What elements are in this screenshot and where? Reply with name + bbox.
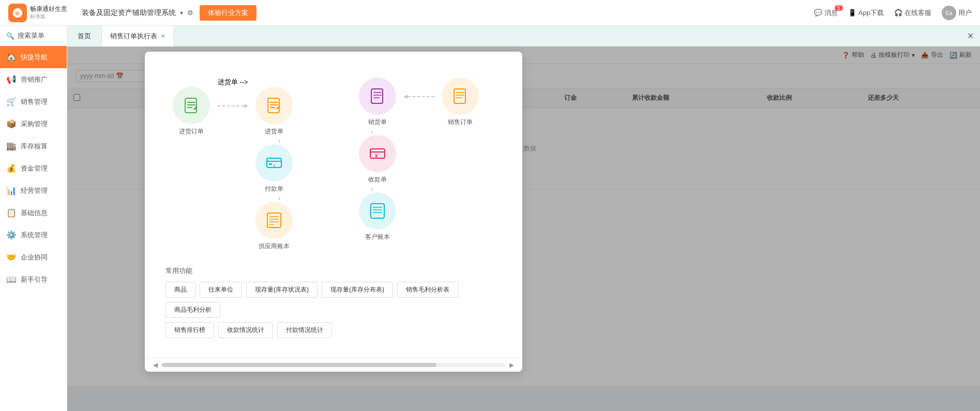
- node-payment-bill[interactable]: ¥ 付款单: [248, 144, 300, 193]
- sidebar-label-finance: 资金管理: [21, 164, 48, 173]
- sidebar-item-marketing[interactable]: 📢 营销推广: [0, 68, 67, 90]
- logo-sub: 标准版: [30, 13, 67, 20]
- receipt-bill-label: 收款单: [368, 175, 387, 184]
- system-icon: ⚙️: [6, 230, 17, 240]
- sidebar-item-newbie[interactable]: 📖 新手引导: [0, 268, 67, 291]
- sidebar-label-marketing: 营销推广: [21, 75, 48, 84]
- sidebar-item-finance[interactable]: 💰 资金管理: [0, 157, 67, 179]
- tab-bar: 首页 销售订单执行表 ✕ ✕: [67, 26, 980, 47]
- common-functions: 常用功能 商品 往来单位 现存量(库存状况表) 现存量(库存分布表) 销售毛利分…: [165, 266, 502, 338]
- trial-btn[interactable]: 体验行业方案: [200, 5, 257, 21]
- home-icon: 🏠: [6, 52, 17, 62]
- top-left-row: 进货订单 ▶: [165, 87, 300, 136]
- newbie-icon: 📖: [6, 275, 17, 284]
- sale-bill-label: 销货单: [368, 118, 387, 127]
- sidebar-item-inventory[interactable]: 🏬 库存核算: [0, 135, 67, 157]
- node-customer-account[interactable]: 客户账本: [352, 192, 403, 241]
- system-dropdown-btn[interactable]: ▾: [180, 9, 183, 17]
- node-purchase-bill[interactable]: 进货单: [248, 87, 300, 136]
- left-flow-col: 进货单 --> 进货订单: [165, 78, 300, 251]
- sidebar-search-btn[interactable]: 🔍 搜索菜单: [0, 26, 67, 46]
- modal-scrollbar: ◀ ▶: [145, 358, 522, 372]
- func-btn-stock-dist[interactable]: 现存量(库存分布表): [322, 282, 393, 298]
- purchase-icon: 📦: [6, 119, 17, 129]
- modal-overlay[interactable]: 进货单 --> 进货订单: [67, 47, 980, 411]
- func-btn-receipt-stats[interactable]: 收款情况统计: [218, 322, 273, 338]
- func-btn-stock-status[interactable]: 现存量(库存状况表): [246, 282, 318, 298]
- sidebar-item-quick-nav[interactable]: 🏠 快捷导航: [0, 46, 67, 68]
- func-btn-sale-rank[interactable]: 销售排行榜: [165, 322, 214, 338]
- node-sale-order[interactable]: 销售订单: [434, 78, 486, 127]
- purchase-order-circle: [173, 87, 210, 124]
- func-btn-counterpart[interactable]: 往来单位: [200, 282, 242, 298]
- sidebar-item-base-info[interactable]: 📋 基础信息: [0, 202, 67, 224]
- online-service-label: 在线客服: [904, 8, 931, 18]
- svg-rect-12: [269, 163, 272, 165]
- message-icon: 💬: [814, 9, 822, 17]
- sidebar-label-operations: 经营管理: [21, 186, 48, 195]
- close-all-tabs-btn[interactable]: ✕: [961, 31, 980, 41]
- sales-icon: 🛒: [6, 97, 17, 106]
- finance-icon: 💰: [6, 163, 17, 173]
- svg-text:畅: 畅: [15, 10, 20, 16]
- supplier-account-circle: [255, 202, 293, 239]
- sale-order-label: 销售订单: [448, 118, 473, 127]
- base-info-icon: 📋: [6, 208, 17, 218]
- message-btn[interactable]: 💬 消息 5: [814, 8, 838, 18]
- sidebar-item-collab[interactable]: 🤝 企业协同: [0, 246, 67, 268]
- purchase-bill-circle: [255, 87, 293, 124]
- scrollbar-left-arrow[interactable]: ◀: [153, 361, 158, 369]
- node-receipt-bill[interactable]: ¥ 收款单: [352, 135, 403, 184]
- sidebar-item-sales[interactable]: 🛒 销售管理: [0, 90, 67, 113]
- message-badge: 5: [835, 5, 843, 11]
- system-title: 装备及固定资产辅助管理系统: [82, 8, 176, 18]
- sidebar-label-system: 系统管理: [21, 231, 48, 240]
- top-right-row: 销货单 ◀: [352, 78, 486, 127]
- func-btn-payment-stats[interactable]: 付款情况统计: [277, 322, 332, 338]
- sidebar-label-inventory: 库存核算: [21, 142, 48, 151]
- online-service-btn[interactable]: 🎧 在线客服: [894, 8, 931, 18]
- tab-close-btn[interactable]: ✕: [160, 33, 165, 40]
- right-flow-col: 销货单 ◀: [352, 78, 486, 251]
- sidebar-label-quick-nav: 快捷导航: [21, 53, 48, 62]
- flow-diagram: 进货单 --> 进货订单: [165, 67, 502, 261]
- node-sale-bill[interactable]: 销货单: [352, 78, 403, 127]
- collab-icon: 🤝: [6, 252, 17, 262]
- node-supplier-account[interactable]: 供应商账本: [248, 202, 300, 251]
- func-btn-goods[interactable]: 商品: [165, 282, 195, 298]
- func-btn-sale-profit[interactable]: 销售毛利分析表: [397, 282, 458, 298]
- customer-account-label: 客户账本: [365, 233, 390, 241]
- sidebar-item-system[interactable]: ⚙️ 系统管理: [0, 224, 67, 246]
- payment-bill-circle: ¥: [255, 144, 293, 181]
- svg-text:¥: ¥: [273, 163, 276, 168]
- system-title-wrap: 装备及固定资产辅助管理系统 ▾ ⚙: [82, 8, 193, 18]
- tab-sales-order[interactable]: 销售订单执行表 ✕: [101, 26, 174, 47]
- scrollbar-right-arrow[interactable]: ▶: [509, 361, 514, 369]
- receipt-bill-circle: ¥: [359, 135, 396, 172]
- sidebar-item-purchase[interactable]: 📦 采购管理: [0, 113, 67, 135]
- purchase-order-label: 进货订单: [179, 127, 204, 136]
- customer-account-circle: [359, 192, 396, 230]
- func-btn-goods-profit[interactable]: 商品毛利分析: [165, 302, 220, 318]
- tab-label-sales-order: 销售订单执行表: [110, 32, 157, 41]
- quick-nav-modal: 进货单 --> 进货订单: [145, 52, 522, 372]
- sidebar-item-operations[interactable]: 📊 经营管理: [0, 179, 67, 202]
- down-arrow-receipt: ↓: [352, 184, 486, 192]
- page-content: ❓ 帮助 🖨 按模板打印 ▾ 📤 导出 🔄 刷新: [67, 47, 980, 411]
- user-area[interactable]: Ea 用户: [942, 6, 972, 20]
- scrollbar-track[interactable]: [162, 363, 505, 367]
- scrollbar-thumb[interactable]: [162, 363, 436, 367]
- arrow-sale-order-to-bill: ◀: [403, 93, 434, 111]
- tab-home[interactable]: 首页: [67, 26, 101, 47]
- node-purchase-order[interactable]: 进货订单: [165, 87, 217, 136]
- inventory-icon: 🏬: [6, 141, 17, 151]
- settings-icon-btn[interactable]: ⚙: [187, 9, 193, 17]
- down-arrow-sale-bill: ↓: [352, 127, 486, 135]
- payment-row: ¥ 付款单: [165, 144, 300, 193]
- app-download-btn[interactable]: 📱 App下载: [848, 8, 884, 18]
- func-btns-row1: 商品 往来单位 现存量(库存状况表) 现存量(库存分布表) 销售毛利分析表 商品…: [165, 282, 502, 318]
- sale-order-circle: [442, 78, 479, 115]
- top-right: 💬 消息 5 📱 App下载 🎧 在线客服 Ea 用户: [814, 6, 972, 20]
- sidebar-label-sales: 销售管理: [21, 97, 48, 106]
- logo-area: 畅 畅康通好生意 标准版: [8, 4, 76, 22]
